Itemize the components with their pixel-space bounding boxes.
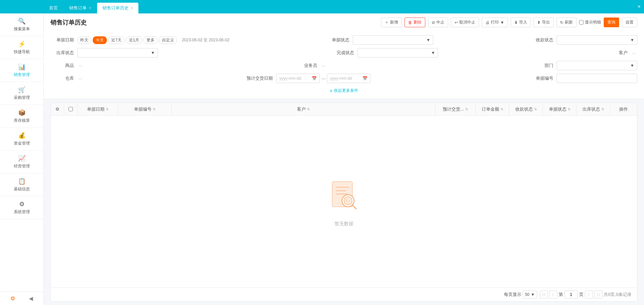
page-size-select-box[interactable]: 50 ▼ <box>523 291 537 299</box>
svg-point-8 <box>348 200 350 202</box>
cancel-stop-button[interactable]: ↩ 取消中止 <box>451 17 479 27</box>
th-pay-status[interactable]: 收款状态 ⇅ <box>509 103 543 115</box>
settings-button[interactable]: 设置 <box>622 17 637 27</box>
import-button[interactable]: ⬇ 导入 <box>511 17 531 27</box>
refresh-button[interactable]: ↻ 刷新 <box>556 17 576 27</box>
select-all-checkbox[interactable] <box>69 107 73 111</box>
empty-illustration <box>324 177 364 217</box>
th-delivery[interactable]: 预计交货... ⇅ <box>435 103 476 115</box>
filter-row-2: 出库状态 ▼ 完成状态 ▼ 客户 ··· <box>50 48 637 58</box>
product-label: 商品 <box>50 63 74 69</box>
sidebar-item-basic-info-label: 基础信息 <box>14 186 30 192</box>
delete-icon: 🗑 <box>408 20 412 25</box>
top-nav-right: × <box>638 4 641 10</box>
sidebar-item-purchase-mgmt[interactable]: 🛒 采购管理 <box>0 82 43 105</box>
customer-select[interactable]: ··· <box>631 50 637 55</box>
next-page-button[interactable]: ⟩ <box>585 291 593 299</box>
show-detail-checkbox[interactable]: 显示明细 <box>579 20 601 25</box>
delete-button[interactable]: 🗑 删除 <box>404 17 425 27</box>
sidebar-item-system[interactable]: ⚙ 系统管理 <box>0 196 43 219</box>
page-size-selector: 每页显示 50 ▼ <box>504 291 537 299</box>
customer-label: 客户 <box>614 50 628 56</box>
first-page-button[interactable]: ⟨⟨ <box>540 291 548 299</box>
page-size-value: 50 <box>525 292 529 297</box>
sidebar-item-basic-info[interactable]: 📋 基础信息 <box>0 174 43 196</box>
stop-button[interactable]: ⊘ 中止 <box>428 17 448 27</box>
sidebar-item-finance[interactable]: 💰 资金管理 <box>0 128 43 151</box>
calendar-end-icon[interactable]: 📅 <box>362 76 368 81</box>
filter-row-4: 仓库 ··· 预计交货日期 yyyy-mm-dd 📅 — yyyy-mm-dd … <box>50 74 637 83</box>
department-label: 部门 <box>540 63 553 69</box>
th-order-no[interactable]: 单据编号 ⇅ <box>118 103 172 115</box>
payment-status-select[interactable]: ▼ <box>557 35 637 45</box>
operations-icon: 📈 <box>18 155 26 162</box>
th-delivery-status[interactable]: 出库状态 ⇅ <box>576 103 610 115</box>
query-button[interactable]: 查询 <box>604 17 619 27</box>
sort-amount-icon: ⇅ <box>501 107 503 111</box>
th-date[interactable]: 单据日期 ⇅ <box>78 103 118 115</box>
import-icon: ⬇ <box>514 20 518 25</box>
order-number-input[interactable] <box>557 74 637 83</box>
sidebar-item-search-menu-label: 搜索菜单 <box>14 26 30 32</box>
completion-status-select[interactable]: ▼ <box>357 48 438 58</box>
print-button[interactable]: 🖨 打印 ▼ <box>482 17 508 27</box>
delivery-status-select[interactable]: ▼ <box>77 48 158 58</box>
sidebar-item-finance-label: 资金管理 <box>14 141 30 146</box>
product-select[interactable]: ··· <box>77 63 84 68</box>
collapse-button[interactable]: ∧ 收起更多条件 <box>50 86 637 95</box>
filter-row-1: 单据日期 昨天 今天 近7天 近1月 更多 自定义 2023-06-02 至 2… <box>50 35 637 45</box>
sidebar-item-inventory-label: 库存核算 <box>14 118 30 123</box>
date-btn-custom[interactable]: 自定义 <box>159 36 177 44</box>
date-btn-today[interactable]: 今天 <box>93 36 107 44</box>
th-customer[interactable]: 客户 ⇅ <box>172 103 435 115</box>
salesperson-select[interactable]: ··· <box>320 63 327 68</box>
page-number-input[interactable]: 1 <box>564 291 578 299</box>
new-button[interactable]: ＋ 新增 <box>381 17 402 27</box>
tab-sales-order-history-label: 销售订单历史 <box>102 5 129 11</box>
system-icon: ⚙ <box>19 200 25 208</box>
sidebar-settings-icon[interactable]: ⚙ <box>10 295 15 302</box>
order-status-select[interactable]: ▼ <box>353 35 433 45</box>
last-page-button[interactable]: ⟩⟩ <box>594 291 602 299</box>
tab-sales-order[interactable]: 销售订单 × <box>64 3 96 13</box>
th-amount[interactable]: 订单金额 ⇅ <box>476 103 509 115</box>
tab-sales-order-close[interactable]: × <box>89 6 91 10</box>
th-order-status[interactable]: 单据状态 ⇅ <box>543 103 576 115</box>
page-label: 页 <box>579 292 584 298</box>
date-btn-more[interactable]: 更多 <box>143 36 158 44</box>
th-settings[interactable]: ⚙ <box>51 103 64 115</box>
date-btn-7days[interactable]: 近7天 <box>108 36 125 44</box>
expected-delivery-start[interactable]: yyyy-mm-dd 📅 <box>276 74 320 83</box>
expected-delivery-end[interactable]: yyyy-mm-dd 📅 <box>327 74 371 83</box>
export-button[interactable]: ⬆ 导出 <box>533 17 554 27</box>
show-detail-input[interactable] <box>579 20 584 25</box>
window-close-button[interactable]: × <box>638 4 641 10</box>
svg-rect-3 <box>336 193 348 195</box>
tab-sales-order-history-close[interactable]: × <box>131 6 133 10</box>
department-select[interactable]: ▼ <box>557 61 637 70</box>
svg-point-7 <box>346 199 347 201</box>
sidebar-item-quick-nav[interactable]: ⚡ 快捷导航 <box>0 36 43 59</box>
date-btn-1month[interactable]: 近1月 <box>126 36 142 44</box>
date-filter-label: 单据日期 <box>50 37 74 43</box>
finance-icon: 💰 <box>18 132 26 139</box>
page-title: 销售订单历史 <box>50 18 87 27</box>
sort-customer-icon: ⇅ <box>307 107 310 111</box>
sidebar-item-sales-mgmt-label: 销售管理 <box>14 72 30 78</box>
date-btn-yesterday[interactable]: 昨天 <box>77 36 91 44</box>
svg-rect-1 <box>336 187 349 188</box>
tab-sales-order-history[interactable]: 销售订单历史 × <box>97 3 138 13</box>
empty-text: 暂无数据 <box>335 221 353 227</box>
purchase-mgmt-icon: 🛒 <box>18 86 26 93</box>
sidebar-item-inventory[interactable]: 📦 库存核算 <box>0 105 43 128</box>
calendar-start-icon[interactable]: 📅 <box>312 76 317 81</box>
sidebar-collapse-icon[interactable]: ◀ <box>29 295 33 302</box>
tab-home[interactable]: 首页 <box>44 3 63 13</box>
collapse-up-icon: ∧ <box>330 88 333 93</box>
warehouse-select[interactable]: ··· <box>77 76 84 81</box>
sidebar-item-quick-nav-label: 快捷导航 <box>14 49 30 55</box>
prev-page-button[interactable]: ⟨ <box>549 291 557 299</box>
sidebar-item-search-menu[interactable]: 🔍 搜索菜单 <box>0 13 43 36</box>
sidebar-item-sales-mgmt[interactable]: 📊 销售管理 <box>0 59 43 82</box>
sidebar-item-operations[interactable]: 📈 经营管理 <box>0 151 43 174</box>
